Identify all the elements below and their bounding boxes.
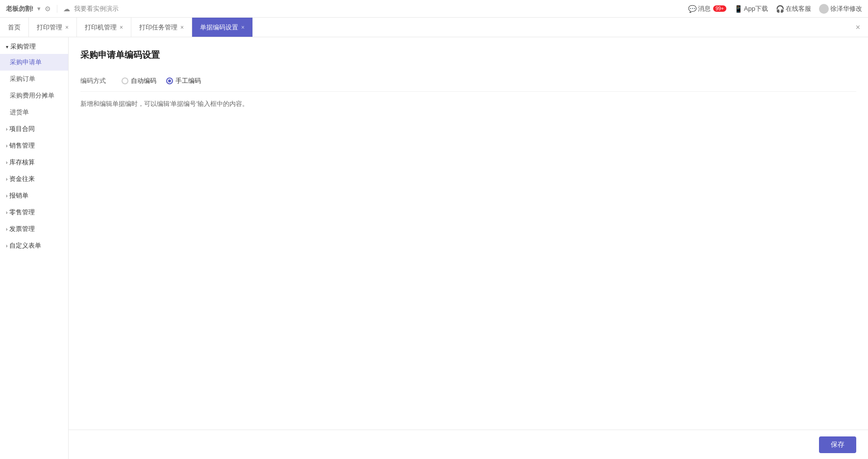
hint-text: 新增和编辑单据编时，可以编辑'单据编号'输入框中的内容。 — [80, 100, 856, 108]
sidebar-group-invoice-label: 发票管理 — [9, 225, 35, 233]
cloud-icon: ☁ — [63, 5, 70, 13]
coding-label: 编码方式 — [80, 76, 110, 85]
content-main: 采购申请单编码设置 编码方式 自动编码 手工编码 新增和编辑单据编时，可以编辑'… — [69, 37, 868, 430]
top-bar-right: 💬 消息 99+ 📱 App下载 🎧 在线客服 徐泽华修改 — [688, 4, 862, 14]
user-label: 徐泽华修改 — [830, 4, 862, 13]
message-icon: 💬 — [688, 5, 696, 13]
radio-group: 自动编码 手工编码 — [122, 76, 201, 85]
sidebar-group-custom-form[interactable]: › 自定义表单 — [0, 237, 68, 254]
sidebar-group-finance[interactable]: › 资金往来 — [0, 171, 68, 187]
sidebar-section-purchase[interactable]: ▾ 采购管理 — [0, 37, 68, 54]
service-icon: 🎧 — [776, 5, 784, 13]
chevron-right-icon-retail: › — [6, 210, 7, 215]
save-button[interactable]: 保存 — [819, 436, 856, 453]
sidebar-group-retail[interactable]: › 零售管理 — [0, 204, 68, 221]
coding-row: 编码方式 自动编码 手工编码 — [80, 71, 856, 92]
sidebar-item-purchase-order[interactable]: 采购订单 — [0, 71, 68, 87]
sidebar-group-custom-label: 自定义表单 — [9, 241, 41, 250]
sidebar-group-project[interactable]: › 项目合同 — [0, 121, 68, 137]
chevron-right-icon: › — [6, 127, 7, 132]
tab-single-code[interactable]: 单据编码设置 × — [192, 18, 253, 37]
sidebar: ▾ 采购管理 采购申请单 采购订单 采购费用分摊单 进货单 › 项目合同 › 销… — [0, 37, 69, 459]
sidebar-group-returns-label: 报销单 — [9, 191, 28, 200]
sidebar-group-returns[interactable]: › 报销单 — [0, 187, 68, 204]
search-hint: 我要看实例演示 — [74, 4, 119, 13]
sidebar-group-retail-label: 零售管理 — [9, 208, 35, 217]
app-label: App下载 — [744, 4, 768, 13]
divider — [57, 5, 57, 13]
chevron-right-icon-invoice: › — [6, 227, 7, 232]
sidebar-section-purchase-label: 采购管理 — [10, 42, 36, 51]
tab-bar-close-all[interactable]: × — [856, 23, 860, 32]
sidebar-item-purchase-order-label: 采购订单 — [10, 75, 35, 83]
dropdown-icon[interactable]: ▾ — [37, 5, 41, 12]
sidebar-item-purchase-apply[interactable]: 采购申请单 — [0, 54, 68, 71]
tab-printer-mgmt-label: 打印机管理 — [85, 23, 117, 32]
sidebar-group-inventory-label: 库存核算 — [9, 158, 35, 167]
sidebar-group-sales[interactable]: › 销售管理 — [0, 137, 68, 154]
content-footer: 保存 — [69, 430, 868, 459]
radio-auto-circle — [122, 77, 128, 84]
tab-single-code-close[interactable]: × — [241, 24, 245, 31]
top-bar-left: 老板勿割! ▾ ⚙ ☁ 我要看实例演示 — [6, 4, 119, 13]
tab-bar: 首页 打印管理 × 打印机管理 × 打印任务管理 × 单据编码设置 × × — [0, 18, 868, 37]
service-button[interactable]: 🎧 在线客服 — [776, 4, 811, 13]
avatar-icon — [819, 4, 829, 14]
service-label: 在线客服 — [786, 4, 811, 13]
radio-manual-label: 手工编码 — [175, 76, 201, 85]
message-badge: 99+ — [713, 5, 726, 12]
page-title: 采购申请单编码设置 — [80, 49, 856, 61]
tab-print-task-close[interactable]: × — [180, 24, 184, 31]
tab-printer-mgmt-close[interactable]: × — [120, 24, 123, 31]
top-bar: 老板勿割! ▾ ⚙ ☁ 我要看实例演示 💬 消息 99+ 📱 App下载 🎧 在… — [0, 0, 868, 18]
tab-home[interactable]: 首页 — [0, 18, 29, 37]
sidebar-item-stock-in[interactable]: 进货单 — [0, 104, 68, 121]
tab-home-label: 首页 — [8, 23, 21, 32]
message-button[interactable]: 💬 消息 99+ — [688, 4, 726, 13]
tab-print-mgmt-close[interactable]: × — [65, 24, 69, 31]
sidebar-group-finance-label: 资金往来 — [9, 175, 35, 183]
settings-icon[interactable]: ⚙ — [45, 5, 51, 13]
sidebar-item-purchase-expense-label: 采购费用分摊单 — [10, 91, 54, 100]
content-area: 采购申请单编码设置 编码方式 自动编码 手工编码 新增和编辑单据编时，可以编辑'… — [69, 37, 868, 459]
sidebar-item-purchase-expense[interactable]: 采购费用分摊单 — [0, 87, 68, 104]
logo: 老板勿割! — [6, 4, 33, 13]
sidebar-item-purchase-apply-label: 采购申请单 — [10, 58, 42, 67]
tab-bar-wrapper: 首页 打印管理 × 打印机管理 × 打印任务管理 × 单据编码设置 × × — [0, 18, 868, 37]
chevron-right-icon-returns: › — [6, 193, 7, 199]
sidebar-item-stock-in-label: 进货单 — [10, 108, 29, 117]
tab-printer-mgmt[interactable]: 打印机管理 × — [77, 18, 131, 37]
tab-print-task[interactable]: 打印任务管理 × — [131, 18, 192, 37]
chevron-down-icon: ▾ — [6, 44, 8, 50]
app-download-button[interactable]: 📱 App下载 — [734, 4, 768, 13]
message-label: 消息 — [698, 4, 711, 13]
radio-manual-code[interactable]: 手工编码 — [166, 76, 201, 85]
tab-print-mgmt-label: 打印管理 — [37, 23, 62, 32]
radio-auto-label: 自动编码 — [131, 76, 156, 85]
chevron-right-icon-finance: › — [6, 177, 7, 182]
chevron-right-icon-inventory: › — [6, 160, 7, 165]
main-layout: ▾ 采购管理 采购申请单 采购订单 采购费用分摊单 进货单 › 项目合同 › 销… — [0, 37, 868, 459]
tab-print-task-label: 打印任务管理 — [139, 23, 177, 32]
radio-manual-circle — [166, 77, 173, 84]
radio-auto-code[interactable]: 自动编码 — [122, 76, 156, 85]
chevron-right-icon-custom: › — [6, 243, 7, 249]
chevron-right-icon-sales: › — [6, 143, 7, 149]
user-menu[interactable]: 徐泽华修改 — [819, 4, 862, 14]
sidebar-group-project-label: 项目合同 — [9, 125, 35, 133]
sidebar-group-inventory[interactable]: › 库存核算 — [0, 154, 68, 171]
tab-print-mgmt[interactable]: 打印管理 × — [29, 18, 77, 37]
sidebar-group-sales-label: 销售管理 — [9, 141, 35, 150]
sidebar-group-invoice[interactable]: › 发票管理 — [0, 221, 68, 237]
tab-single-code-label: 单据编码设置 — [200, 23, 238, 32]
app-icon: 📱 — [734, 5, 743, 13]
